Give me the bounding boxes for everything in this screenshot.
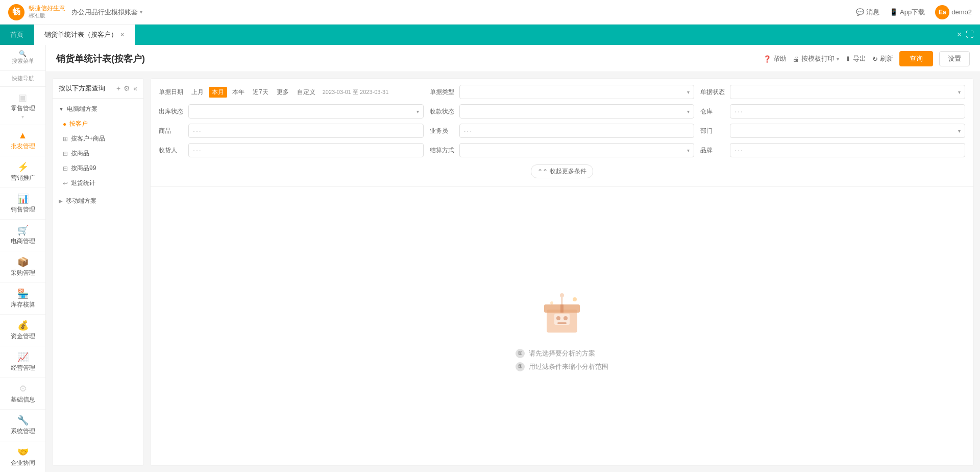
sidebar-item-operation[interactable]: 📈 经营管理 [0,346,45,378]
brand-label: 品牌 [700,146,726,155]
fullscreen-button[interactable]: ⛶ [966,30,974,39]
app-download-button[interactable]: 📱 App下载 [890,8,925,17]
payment-status-select[interactable]: ▾ [459,104,695,119]
collapse-row: ⌃⌃ 收起更多条件 [159,162,965,180]
date-control: 上月 本月 本年 近7天 更多 自定义 2023-03-01 至 2023-03… [188,87,424,98]
sidebar-item-retail[interactable]: ▣ 零售管理 ▾ [0,87,45,125]
page-title: 销货单统计表(按客户) [56,53,145,65]
department-select[interactable]: ▾ [730,124,965,138]
hint-num-1: ① [516,349,525,358]
filter-item-by-customer-goods[interactable]: ⊞ 按客户+商品 [53,131,143,146]
sidebar-item-enterprise[interactable]: 🤝 企业协同 [0,441,45,472]
message-button[interactable]: 💬 消息 [856,8,879,17]
filter-group-desktop[interactable]: ▼ 电脑端方案 [53,102,143,116]
print-button[interactable]: 🖨 按模板打印 ▾ [793,54,839,63]
filter-item-by-goods-label: 按商品 [71,149,89,158]
help-button[interactable]: ❓ 帮助 [763,54,787,63]
payment-status-label: 收款状态 [430,107,455,116]
filter-item-return-stats[interactable]: ↩ 退货统计 [53,176,143,191]
query-button[interactable]: 查询 [899,51,933,66]
filter-item-by-customer[interactable]: ● 按客户 [53,116,143,131]
filter-panel-header: 按以下方案查询 + ⚙ « [53,79,143,99]
date-tab-7days[interactable]: 近7天 [250,87,272,98]
chevron-down-icon: ▾ [140,9,142,15]
warehouse-select[interactable]: ··· [730,104,965,119]
settings-button[interactable]: 设置 [939,51,970,66]
finance-icon: 💰 [17,320,29,331]
sidebar-item-purchase[interactable]: 📦 采购管理 [0,251,45,283]
refresh-label: 刷新 [880,54,893,63]
sidebar-item-wholesale[interactable]: ▲ 批发管理 [0,125,45,156]
basic-label: 基础信息 [11,395,35,404]
sidebar-item-sales[interactable]: 📊 销售管理 [0,188,45,220]
filter-panel: 按以下方案查询 + ⚙ « ▼ 电脑端方案 ● 按客户 [52,78,144,466]
enterprise-label: 企业协同 [11,459,35,467]
search-menu-button[interactable]: 🔍 搜索菜单 [0,45,45,70]
chevron-right-icon: ▶ [59,198,63,204]
sidebar-item-finance[interactable]: 💰 资金管理 [0,315,45,346]
filter-group-mobile[interactable]: ▶ 移动端方案 [53,194,143,208]
date-tab-more[interactable]: 更多 [274,87,292,98]
doc-type-select[interactable]: ▾ [459,85,695,99]
industry-selector[interactable]: 办公用品行业模拟账套 ▾ [71,8,142,17]
collapse-label: 收起更多条件 [550,167,586,176]
tab-bar-actions: × ⛶ [951,30,980,39]
date-tab-custom[interactable]: 自定义 [294,87,318,98]
filter-item-by-goods-99[interactable]: ⊟ 按商品99 [53,161,143,176]
inventory-label: 库存核算 [11,300,35,309]
tab-home[interactable]: 首页 [0,25,34,45]
ship-status-select[interactable]: ▾ [188,104,424,119]
brand-select[interactable]: ··· [730,143,965,157]
date-tab-current-month[interactable]: 本月 [209,87,227,98]
collapse-button[interactable]: ⌃⌃ 收起更多条件 [531,164,593,178]
receiver-select[interactable]: ··· [188,143,424,157]
empty-illustration [531,281,593,343]
doc-status-label: 单据状态 [700,88,726,97]
filter-row-3: 商品 ··· 业务员 ··· 部门 [159,124,965,138]
close-tab-button[interactable]: × [957,30,962,39]
refresh-button[interactable]: ↻ 刷新 [872,54,893,63]
goods-select[interactable]: ··· [188,124,424,138]
doc-type-field: 单据类型 ▾ [430,85,695,99]
goods-icon: ⊟ [63,150,68,157]
scheme-settings-icon[interactable]: ⚙ [124,84,130,92]
tab-sales-stats[interactable]: 销货单统计表（按客户） × [34,25,135,45]
salesperson-select[interactable]: ··· [459,124,695,138]
print-icon: 🖨 [793,55,799,63]
sidebar-item-inventory[interactable]: 🏪 库存核算 [0,283,45,315]
close-icon[interactable]: × [120,31,124,38]
refresh-icon: ↻ [872,55,878,63]
sidebar-item-ecommerce[interactable]: 🛒 电商管理 [0,220,45,251]
goods-label: 商品 [159,127,184,135]
warehouse-dots: ··· [734,107,744,115]
user-menu[interactable]: Ea demo2 [935,5,972,19]
help-icon: ❓ [763,55,771,63]
filter-item-by-goods[interactable]: ⊟ 按商品 [53,146,143,161]
date-tab-prev-month[interactable]: 上月 [188,87,207,98]
chevron-down-icon: ▾ [687,109,690,114]
chevron-down-icon: ▾ [958,128,961,134]
svg-point-7 [564,316,568,320]
sidebar-item-marketing[interactable]: ⚡ 营销推广 [0,156,45,188]
sidebar-item-system[interactable]: 🔧 系统管理 [0,410,45,441]
export-button[interactable]: ⬇ 导出 [845,54,866,63]
print-label: 按模板打印 [801,54,835,63]
hint-text-2: 用过滤条件来缩小分析范围 [529,362,608,371]
sales-label: 销售管理 [11,205,35,214]
doc-type-label: 单据类型 [430,88,455,97]
date-label: 单据日期 [159,88,184,97]
ship-status-field: 出库状态 ▾ [159,104,424,119]
settlement-select[interactable]: ▾ [459,143,695,157]
tab-sales-stats-label: 销货单统计表（按客户） [44,30,117,39]
date-tab-current-year[interactable]: 本年 [229,87,248,98]
phone-icon: 📱 [890,8,898,16]
logo[interactable]: 畅 畅捷信好生意 标准版 [8,4,65,20]
sidebar-item-basic[interactable]: ⚙ 基础信息 [0,378,45,410]
add-scheme-button[interactable]: + [116,84,120,92]
doc-status-select[interactable]: ▾ [730,85,965,99]
user-name: demo2 [951,8,972,16]
collapse-panel-icon[interactable]: « [133,84,137,92]
svg-point-3 [573,297,577,301]
message-label: 消息 [866,8,879,17]
app-download-label: App下载 [900,8,925,17]
